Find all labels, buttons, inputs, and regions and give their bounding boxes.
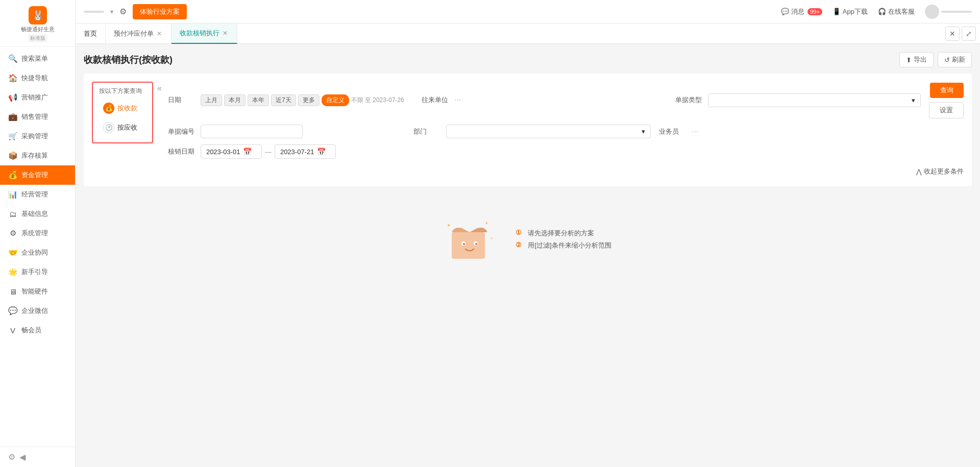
system-icon: ⚙ (8, 229, 17, 238)
tab-prepay-close-icon[interactable]: ✕ (156, 29, 163, 38)
sidebar-item-finance[interactable]: 💰 资金管理 (0, 165, 75, 185)
online-service-button[interactable]: 🎧 在线客服 (878, 7, 915, 16)
filter-option-by-receipt[interactable]: 💰 按收款 (99, 100, 146, 117)
shortcut-custom[interactable]: 自定义 (322, 94, 349, 106)
content-area: 收款核销执行(按收款) ⬆ 导出 ↺ 刷新 按以下方案查询 💰 (76, 44, 980, 467)
shortcut-this-month[interactable]: 本月 (224, 94, 246, 106)
sidebar-item-basic[interactable]: 🗂 基础信息 (0, 204, 75, 224)
staff-field: 业务员 ··· (659, 127, 896, 136)
svg-text:✦: ✦ (485, 221, 488, 226)
solution-button[interactable]: 体验行业方案 (133, 4, 187, 19)
voucher-no-input[interactable] (201, 125, 303, 138)
collapse-more-button[interactable]: ⋀ 收起更多条件 (168, 165, 964, 178)
empty-hint-2: ② 用[过滤]条件来缩小分析范围 (516, 241, 611, 250)
settings-icon[interactable]: ⚙ (8, 452, 15, 462)
sidebar-item-hardware[interactable]: 🖥 智能硬件 (0, 282, 75, 301)
collapse-filter-icon[interactable]: « (157, 82, 162, 93)
voucher-type-label: 单据类型 (675, 95, 704, 105)
home-icon: 🏠 (8, 73, 17, 83)
counterpart-label: 往来单位 (422, 95, 450, 105)
member-icon: V (8, 326, 17, 335)
sidebar-item-sales[interactable]: 💼 销售管理 (0, 107, 75, 127)
export-icon: ⬆ (906, 56, 912, 64)
service-icon: 🎧 (878, 8, 886, 15)
writeoff-date-label: 核销日期 (168, 147, 197, 156)
message-icon: 💬 (781, 8, 789, 15)
svg-text:✦: ✦ (447, 223, 451, 228)
collapse-sidebar-icon[interactable]: ◀ (19, 452, 26, 462)
maximize-tab-icon[interactable]: ⤢ (962, 27, 976, 41)
query-button[interactable]: 查询 (930, 83, 964, 98)
filter-row-2: 单据编号 部门 ▾ 业务员 ··· (168, 125, 964, 138)
counterpart-input[interactable]: ··· (454, 95, 461, 105)
search-icon: 🔍 (8, 54, 17, 63)
calendar-icon: 📅 (317, 148, 326, 156)
writeoff-date-field: 核销日期 2023-03-01 📅 — 2023-07-21 📅 (168, 144, 964, 159)
tab-prepay[interactable]: 预付冲应付单 ✕ (106, 23, 172, 44)
user-info[interactable] (925, 5, 972, 19)
shortcut-last-month[interactable]: 上月 (201, 94, 222, 106)
voucher-no-field: 单据编号 (168, 125, 405, 138)
shortcut-7days[interactable]: 近7天 (271, 94, 296, 106)
settings-button[interactable]: 设置 (929, 102, 964, 118)
sidebar: 🐰 畅捷通好生意 标准版 🔍 搜索菜单 🏠 快捷导航 📢 营销推广 💼 销售管理… (0, 0, 76, 467)
basic-icon: 🗂 (8, 210, 17, 218)
sidebar-item-marketing[interactable]: 📢 营销推广 (0, 88, 75, 107)
dept-select[interactable]: ▾ (446, 125, 651, 138)
tab-receipt-writeoff[interactable]: 收款核销执行 ✕ (172, 23, 237, 44)
empty-hint-2-text: 用[过滤]条件来缩小分析范围 (528, 241, 611, 250)
hardware-icon: 🖥 (8, 287, 17, 296)
close-tab-icon[interactable]: ✕ (945, 27, 960, 41)
staff-input[interactable]: ··· (692, 127, 698, 136)
calendar-icon: 📅 (243, 148, 252, 156)
chevron-down-icon[interactable]: ▾ (110, 8, 113, 15)
app-download-button[interactable]: 📱 App下载 (832, 7, 868, 16)
sidebar-item-guide[interactable]: 🌟 新手引导 (0, 262, 75, 282)
shortcut-this-year[interactable]: 本年 (248, 94, 269, 106)
sidebar-item-label: 快捷导航 (21, 73, 48, 83)
voucher-type-field: 单据类型 ▾ (675, 93, 921, 107)
sidebar-item-purchase[interactable]: 🛒 采购管理 (0, 127, 75, 146)
sidebar-item-label: 企业协同 (21, 248, 48, 257)
sidebar-item-member[interactable]: V 畅会员 (0, 321, 75, 340)
header-brand (84, 11, 104, 13)
gear-icon[interactable]: ⚙ (119, 7, 127, 16)
sidebar-item-inventory[interactable]: 📦 库存核算 (0, 146, 75, 165)
sidebar-item-search[interactable]: 🔍 搜索菜单 (0, 49, 75, 68)
sidebar-item-wechat[interactable]: 💬 企业微信 (0, 301, 75, 321)
username-blurred (941, 11, 972, 13)
sidebar-item-operation[interactable]: 📊 经营管理 (0, 185, 75, 204)
collapse-label: 收起更多条件 (924, 167, 964, 176)
enterprise-icon: 🤝 (8, 248, 17, 257)
filter-scheme-title: 按以下方案查询 (99, 87, 146, 95)
sidebar-item-label: 营销推广 (21, 93, 48, 102)
tab-home-label: 首页 (84, 29, 97, 38)
sidebar-item-quicknav[interactable]: 🏠 快捷导航 (0, 68, 75, 88)
message-button[interactable]: 💬 消息 99+ (781, 7, 822, 16)
filter-fields: 日期 上月 本月 本年 近7天 更多 自定义 不限 至 2023-07-26 往… (168, 82, 964, 178)
header-right: 💬 消息 99+ 📱 App下载 🎧 在线客服 (781, 5, 972, 19)
export-button[interactable]: ⬆ 导出 (899, 52, 934, 67)
sidebar-item-enterprise[interactable]: 🤝 企业协同 (0, 243, 75, 262)
date-range-display: 不限 至 2023-07-26 (351, 96, 404, 105)
sidebar-item-label: 销售管理 (21, 112, 48, 121)
writeoff-date-end-picker[interactable]: 2023-07-21 📅 (275, 144, 336, 159)
sidebar-item-label: 资金管理 (21, 170, 48, 180)
page-actions: ⬆ 导出 ↺ 刷新 (899, 52, 972, 67)
sidebar-item-label: 经营管理 (21, 190, 48, 199)
wechat-icon: 💬 (8, 306, 17, 315)
shortcut-more[interactable]: 更多 (298, 94, 320, 106)
tab-home[interactable]: 首页 (76, 23, 106, 44)
filter-option-by-receivable[interactable]: 🕐 按应收 (99, 119, 146, 136)
refresh-button[interactable]: ↺ 刷新 (938, 52, 972, 67)
tab-receipt-writeoff-close-icon[interactable]: ✕ (222, 29, 229, 38)
voucher-type-select[interactable]: ▾ (708, 93, 921, 107)
brand-blurred-text (84, 11, 104, 13)
refresh-icon: ↺ (944, 56, 950, 64)
writeoff-date-start-picker[interactable]: 2023-03-01 📅 (201, 144, 262, 159)
sidebar-item-system[interactable]: ⚙ 系统管理 (0, 224, 75, 243)
sidebar-nav: 🔍 搜索菜单 🏠 快捷导航 📢 营销推广 💼 销售管理 🛒 采购管理 📦 库存核… (0, 47, 75, 447)
app-version: 标准版 (28, 34, 47, 42)
dept-label: 部门 (413, 127, 442, 136)
sidebar-item-label: 新手引导 (21, 267, 48, 277)
